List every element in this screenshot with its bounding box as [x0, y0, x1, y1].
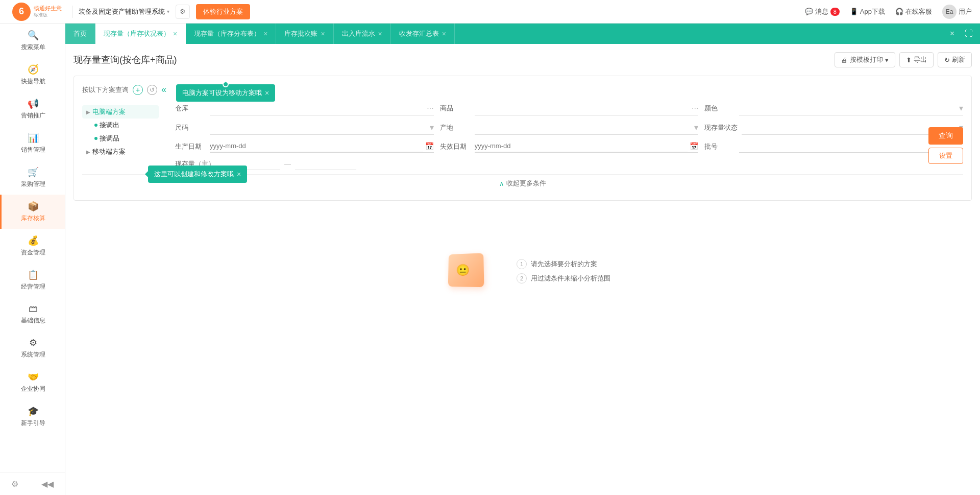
production-date-calendar-icon[interactable]: 📅 [425, 142, 434, 150]
sidebar-item-basic-info[interactable]: 🗃 基础信息 [0, 297, 65, 331]
expiry-date-calendar-icon[interactable]: 📅 [690, 142, 698, 150]
filter-row-1: 仓库 ··· 商品 [175, 101, 963, 115]
stock-status-label: 现存量状态 [704, 123, 738, 132]
sidebar-item-marketing[interactable]: 📢 营销推广 [0, 92, 65, 126]
navigation-icon: 🧭 [28, 64, 39, 75]
sidebar-bottom-settings[interactable]: ⚙ [11, 479, 18, 489]
tab-flow[interactable]: 出入库流水 × [334, 23, 391, 44]
scheme-item-2-label: 接调品 [100, 134, 119, 143]
tab-batch-label: 库存批次账 [284, 29, 317, 38]
user-profile[interactable]: Ea 用户 [942, 5, 972, 19]
experience-button[interactable]: 体验行业方案 [196, 4, 250, 19]
query-button[interactable]: 查询 [928, 127, 963, 145]
tab-maximize-button[interactable]: ⛶ [962, 29, 976, 38]
export-button[interactable]: ⬆ 导出 [899, 52, 934, 67]
sidebar-item-label: 基础信息 [21, 316, 45, 325]
print-chevron-icon: ▾ [885, 56, 889, 64]
filter-area: 按以下方案查询 + ↺ « 电脑方案可设为移动方案哦 × 这里可以创建和修改方案… [74, 76, 972, 201]
warehouse-field: 仓库 ··· [175, 101, 434, 115]
warehouse-select[interactable]: ··· [210, 102, 434, 115]
sidebar-collapse-btn[interactable]: ◀◀ [41, 479, 54, 489]
tab-batch-close[interactable]: × [321, 30, 325, 38]
tab-summary-close[interactable]: × [442, 30, 446, 38]
expiry-date-text[interactable] [475, 140, 688, 152]
tab-home[interactable]: 首页 [65, 23, 95, 44]
production-date-input[interactable]: 📅 [210, 140, 434, 153]
tab-stock-status-close[interactable]: × [173, 30, 177, 38]
logo-icon: 6 [12, 3, 31, 21]
sidebar-item-search[interactable]: 🔍 搜索菜单 [0, 23, 65, 58]
app-download-button[interactable]: 📱 App下载 [850, 7, 885, 16]
tab-stock-status[interactable]: 现存量（库存状况表） × [95, 23, 186, 44]
empty-face-icon: 😐 [456, 264, 470, 277]
sidebar-item-label: 系统管理 [21, 350, 45, 359]
sidebar-item-label: 企业协同 [21, 385, 45, 393]
guide-icon: 🎓 [28, 406, 39, 417]
production-date-label: 生产日期 [175, 142, 206, 151]
scheme-arrow-icon: ▶ [86, 109, 90, 115]
sidebar-item-guide[interactable]: 🎓 新手引导 [0, 399, 65, 434]
content-area: 首页 现存量（库存状况表） × 现存量（库存分布表） × 库存批次账 × 出入库… [65, 23, 980, 495]
warehouse-label: 仓库 [175, 104, 206, 113]
product-select[interactable]: ··· [475, 102, 699, 115]
sidebar-item-enterprise[interactable]: 🤝 企业协同 [0, 365, 65, 399]
scheme-item-1[interactable]: 接调出 [90, 119, 159, 132]
sidebar-item-label: 采购管理 [21, 180, 45, 188]
headset-icon: 🎧 [895, 8, 903, 15]
sidebar-item-navigation[interactable]: 🧭 快捷导航 [0, 58, 65, 92]
tooltip-scheme-close[interactable]: × [265, 89, 269, 97]
filter-arrow-button[interactable]: « [161, 84, 166, 95]
filter-add-button[interactable]: + [133, 85, 143, 95]
system-title-selector[interactable]: 装备及固定资产辅助管理系统 ▾ [79, 7, 169, 16]
print-button[interactable]: 🖨 按模板打印 ▾ [835, 52, 895, 67]
sidebar-item-purchase[interactable]: 🛒 采购管理 [0, 160, 65, 195]
filter-settings-button[interactable]: 设置 [928, 148, 963, 164]
app-badge: 标准版 [34, 12, 62, 18]
sidebar-item-label: 销售管理 [21, 146, 45, 154]
tab-stock-distribution[interactable]: 现存量（库存分布表） × [186, 23, 276, 44]
scheme-desktop-label: 电脑端方案 [92, 107, 126, 116]
finance-icon: 💰 [28, 235, 39, 246]
batch-field: 批号 [704, 140, 963, 153]
refresh-button[interactable]: ↻ 刷新 [938, 52, 972, 67]
online-support-button[interactable]: 🎧 在线客服 [895, 7, 932, 16]
product-field: 商品 ··· [440, 101, 699, 115]
collapse-label: 收起更多条件 [506, 179, 546, 188]
query-buttons: 查询 设置 [928, 127, 963, 164]
tab-summary[interactable]: 收发存汇总表 × [391, 23, 455, 44]
expiry-date-input[interactable]: 📅 [475, 140, 699, 153]
notification-button[interactable]: 💬 消息 8 [805, 7, 840, 16]
origin-field: 产地 ▾ [440, 121, 699, 135]
page-actions: 🖨 按模板打印 ▾ ⬆ 导出 ↻ 刷新 [835, 52, 972, 67]
scheme-item-2[interactable]: 接调品 [90, 132, 159, 145]
tab-flow-close[interactable]: × [378, 30, 382, 38]
qty-to-input[interactable] [295, 158, 356, 170]
sidebar-item-label: 营销推广 [21, 111, 45, 120]
sidebar-item-finance[interactable]: 💰 资金管理 [0, 229, 65, 263]
settings-button[interactable]: ⚙ [176, 5, 190, 19]
filter-reset-button[interactable]: ↺ [147, 85, 157, 95]
empty-state-content: 😐 1 请先选择要分析的方案 2 用过滤条件来缩小分析范围 [435, 246, 610, 297]
tab-close-all-button[interactable]: × [947, 29, 958, 38]
page-header: 现存量查询(按仓库+商品) 🖨 按模板打印 ▾ ⬆ 导出 ↻ [74, 52, 972, 67]
tab-stock-dist-label: 现存量（库存分布表） [194, 29, 260, 38]
size-select[interactable]: ▾ [210, 121, 434, 135]
sidebar-item-system[interactable]: ⚙ 系统管理 [0, 331, 65, 365]
sales-icon: 📊 [28, 132, 39, 144]
product-dots-icon: ··· [692, 104, 698, 113]
tab-stock-dist-close[interactable]: × [263, 30, 267, 38]
sidebar-item-operations[interactable]: 📋 经营管理 [0, 263, 65, 297]
step-1-text: 请先选择要分析的方案 [531, 260, 597, 269]
tab-batch-ledger[interactable]: 库存批次账 × [276, 23, 333, 44]
sidebar-item-sales[interactable]: 📊 销售管理 [0, 126, 65, 160]
color-select[interactable]: ▾ [739, 101, 963, 115]
stock-status-field: 现存量状态 ▾ [704, 121, 963, 135]
tooltip-create-close[interactable]: × [237, 170, 241, 178]
top-right-actions: 💬 消息 8 📱 App下载 🎧 在线客服 Ea 用户 [805, 5, 972, 19]
origin-select[interactable]: ▾ [475, 121, 699, 135]
production-date-text[interactable] [210, 140, 423, 152]
scheme-mobile[interactable]: ▶ 移动端方案 [82, 145, 159, 158]
empty-state: 😐 1 请先选择要分析的方案 2 用过滤条件来缩小分析范围 [74, 205, 972, 338]
sidebar-item-inventory[interactable]: 📦 库存核算 [0, 195, 65, 229]
scheme-desktop[interactable]: ▶ 电脑端方案 [82, 105, 159, 119]
